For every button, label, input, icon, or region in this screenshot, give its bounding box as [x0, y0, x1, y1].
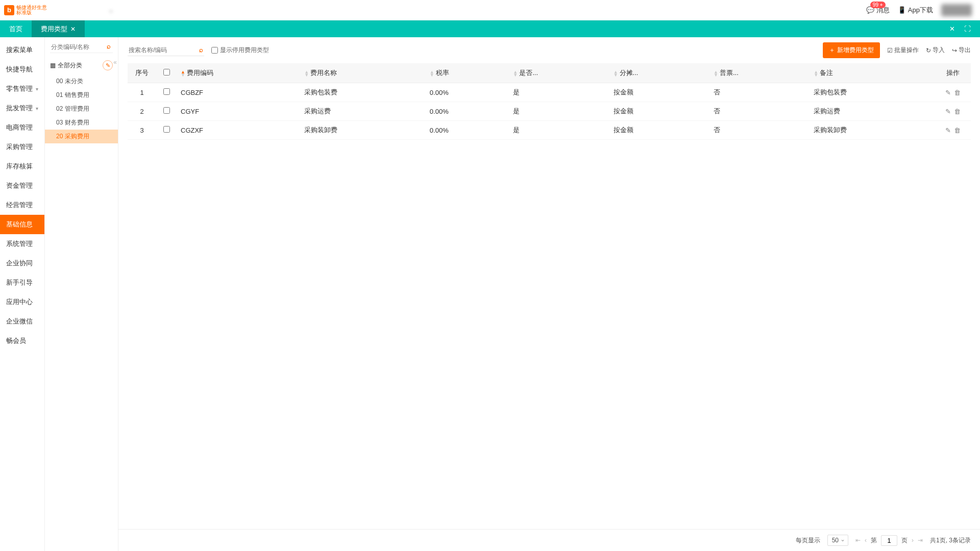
table-row[interactable]: 3CGZXF采购装卸费0.00%是按金额否采购装卸费✎🗑 [128, 121, 971, 140]
edit-icon[interactable]: ✎ [945, 127, 951, 134]
edit-icon: ☑ [887, 47, 893, 54]
row-checkbox[interactable] [163, 126, 170, 133]
cell-is: 是 [509, 83, 609, 102]
nav-item[interactable]: 搜索菜单 [0, 40, 44, 60]
nav-item[interactable]: 企业微信 [0, 312, 44, 331]
user-avatar[interactable] [941, 4, 972, 16]
category-search: ⌕ [45, 37, 118, 57]
page-prefix: 第 [871, 536, 877, 545]
tab-label: 费用类型 [41, 24, 67, 34]
tab-label: 首页 [9, 24, 22, 34]
tab-expense-type[interactable]: 费用类型 ✕ [32, 20, 85, 37]
category-list: 00 未分类01 销售费用02 管理费用03 财务费用20 采购费用 [45, 73, 118, 144]
table-search-input[interactable] [128, 44, 204, 56]
cell-ticket: 否 [709, 121, 810, 140]
nav-item[interactable]: 基础信息 [0, 215, 44, 234]
per-page-select[interactable]: 50 [827, 535, 848, 546]
col-ticket[interactable]: ▲▼普票... [709, 63, 810, 83]
edit-icon[interactable]: ✎ [945, 89, 951, 96]
tab-home[interactable]: 首页 [0, 20, 32, 37]
nav-item[interactable]: 系统管理 [0, 234, 44, 254]
cell-checkbox [156, 121, 177, 140]
nav-label: 零售管理 [6, 84, 33, 93]
last-page-icon[interactable]: ⇥ [918, 537, 923, 544]
cell-checkbox [156, 102, 177, 121]
category-item[interactable]: 20 采购费用 [45, 130, 118, 143]
cell-name: 采购包装费 [300, 83, 426, 102]
nav-item[interactable]: 电商管理 [0, 118, 44, 137]
caret-icon: ▾ [36, 106, 38, 111]
pager: 每页显示 50 ⇤ ‹ 第 页 › ⇥ 共1页, 3条记录 [118, 529, 980, 551]
cell-checkbox [156, 83, 177, 102]
col-is[interactable]: ▲▼是否... [509, 63, 609, 83]
nav-item[interactable]: 库存核算 [0, 157, 44, 176]
cell-index: 3 [128, 121, 156, 140]
fullscreen-icon[interactable]: ⛶ [962, 24, 973, 34]
nav-item[interactable]: 快捷导航 [0, 60, 44, 79]
export-button[interactable]: ↪ 导出 [952, 46, 971, 55]
import-button[interactable]: ↻ 导入 [926, 46, 945, 55]
category-item[interactable]: 00 未分类 [45, 74, 118, 88]
add-expense-type-button[interactable]: ＋ 新增费用类型 [823, 42, 880, 58]
next-page-icon[interactable]: › [912, 537, 914, 544]
nav-item[interactable]: 畅会员 [0, 331, 44, 350]
row-checkbox[interactable] [163, 107, 170, 114]
page-input[interactable] [881, 535, 897, 546]
prev-page-icon[interactable]: ‹ [865, 537, 867, 544]
cell-ops: ✎🗑 [935, 121, 971, 140]
delete-icon[interactable]: 🗑 [954, 89, 961, 96]
messages-link[interactable]: 99 + 💬 消息 [866, 6, 890, 15]
page-suffix: 页 [901, 536, 908, 545]
app-download-link[interactable]: 📱 App下载 [898, 6, 933, 15]
per-page-label: 每页显示 [796, 536, 820, 545]
category-search-input[interactable] [50, 41, 113, 53]
show-disabled-input[interactable] [211, 47, 218, 54]
nav-item[interactable]: 零售管理▾ [0, 79, 44, 98]
nav-item[interactable]: 企业协同 [0, 254, 44, 273]
nav-item[interactable]: 批发管理▾ [0, 98, 44, 118]
show-disabled-label: 显示停用费用类型 [220, 46, 269, 55]
category-all[interactable]: ▦ 全部分类 [50, 61, 82, 70]
delete-icon[interactable]: 🗑 [954, 127, 961, 134]
search-icon[interactable]: ⌕ [199, 46, 203, 54]
delete-icon[interactable]: 🗑 [954, 108, 961, 115]
search-icon[interactable]: ⌕ [107, 42, 111, 50]
cell-name: 采购装卸费 [300, 121, 426, 140]
col-code[interactable]: ▲▼费用编码 [177, 63, 300, 83]
nav-label: 资金管理 [6, 181, 33, 190]
messages-badge: 99 + [870, 2, 886, 8]
col-rate[interactable]: ▲▼税率 [426, 63, 509, 83]
table-row[interactable]: 2CGYF采购运费0.00%是按金额否采购运费✎🗑 [128, 102, 971, 121]
table-row[interactable]: 1CGBZF采购包装费0.00%是按金额否采购包装费✎🗑 [128, 83, 971, 102]
col-name[interactable]: ▲▼费用名称 [300, 63, 426, 83]
category-item[interactable]: 03 财务费用 [45, 116, 118, 130]
col-remark[interactable]: ▲▼备注 [810, 63, 935, 83]
category-item[interactable]: 01 销售费用 [45, 88, 118, 102]
table-search: ⌕ [128, 44, 204, 56]
edit-icon[interactable]: ✎ [945, 108, 951, 115]
edit-category-icon[interactable]: ✎ [103, 60, 113, 70]
col-checkbox[interactable] [156, 63, 177, 83]
first-page-icon[interactable]: ⇤ [855, 537, 861, 544]
col-alloc[interactable]: ▲▼分摊... [609, 63, 709, 83]
org-selector[interactable]: ⌄ [55, 6, 120, 15]
nav-item[interactable]: 资金管理 [0, 176, 44, 195]
row-checkbox[interactable] [163, 88, 170, 95]
cell-ops: ✎🗑 [935, 102, 971, 121]
select-all-checkbox[interactable] [163, 69, 170, 76]
batch-ops-button[interactable]: ☑ 批量操作 [887, 46, 919, 55]
chevron-down-icon: ⌄ [108, 6, 114, 14]
nav-item[interactable]: 经营管理 [0, 195, 44, 215]
table-wrap: 序号 ▲▼费用编码 ▲▼费用名称 ▲▼税率 ▲▼是否... ▲▼分摊... ▲▼… [118, 63, 980, 529]
logo[interactable]: b 畅捷通好生意 标准版 [0, 3, 51, 17]
nav-item[interactable]: 新手引导 [0, 273, 44, 292]
col-index[interactable]: 序号 [128, 63, 156, 83]
show-disabled-checkbox[interactable]: 显示停用费用类型 [211, 46, 269, 55]
nav-item[interactable]: 应用中心 [0, 292, 44, 312]
nav-item[interactable]: 采购管理 [0, 137, 44, 157]
category-item[interactable]: 02 管理费用 [45, 102, 118, 116]
close-all-icon[interactable]: ✕ [947, 24, 957, 34]
close-icon[interactable]: ✕ [70, 26, 76, 33]
collapse-icon[interactable]: « [113, 59, 117, 66]
main-layout: 搜索菜单快捷导航零售管理▾批发管理▾电商管理采购管理库存核算资金管理经营管理基础… [0, 37, 980, 551]
